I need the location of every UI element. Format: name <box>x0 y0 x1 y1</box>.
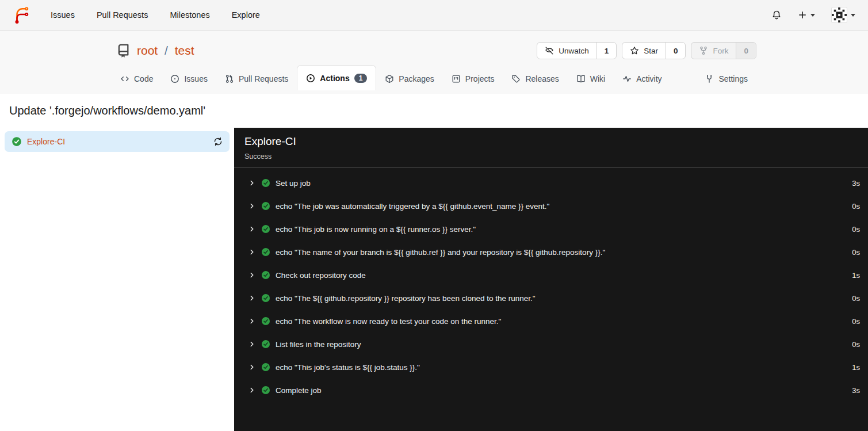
tab-activity-label: Activity <box>636 74 661 83</box>
nav-link-issues[interactable]: Issues <box>51 10 75 20</box>
page-title: Update '.forgejo/workflows/demo.yaml' <box>9 104 205 117</box>
star-button-group: Star 0 <box>622 42 686 59</box>
step-name: echo "The job was automatically triggere… <box>276 202 549 211</box>
fork-button-group: Fork 0 <box>691 42 756 59</box>
chevron-right-icon[interactable] <box>248 294 256 302</box>
step-success-check-icon <box>261 224 270 234</box>
step-duration: 0s <box>852 202 860 211</box>
fork-button[interactable]: Fork <box>691 43 736 59</box>
step-success-check-icon <box>261 363 270 372</box>
tab-wiki[interactable]: Wiki <box>568 67 614 90</box>
tab-settings[interactable]: Settings <box>696 67 756 90</box>
jobs-sidebar: Explore-CI <box>0 128 234 431</box>
star-label: Star <box>644 47 658 55</box>
step-row-3[interactable]: echo "This job is now running on a ${{ r… <box>234 218 868 241</box>
watchers-count[interactable]: 1 <box>596 43 617 59</box>
forgejo-logo-icon[interactable] <box>13 6 30 24</box>
tab-actions-label: Actions <box>320 74 349 83</box>
tab-pull-requests[interactable]: Pull Requests <box>216 67 297 90</box>
step-duration: 0s <box>852 248 860 257</box>
chevron-down-icon <box>851 14 855 17</box>
step-row-8[interactable]: List files in the repository 0s <box>234 333 868 356</box>
nav-link-milestones[interactable]: Milestones <box>170 10 209 20</box>
chevron-right-icon[interactable] <box>248 271 256 279</box>
chevron-down-icon <box>810 14 815 17</box>
stars-count[interactable]: 0 <box>666 43 686 59</box>
repo-owner-link[interactable]: root <box>137 44 158 57</box>
notifications-bell-icon[interactable] <box>771 10 782 20</box>
navbar-links: Issues Pull Requests Milestones Explore <box>51 10 260 20</box>
rerun-job-icon[interactable] <box>213 137 223 146</box>
page-title-row: Update '.forgejo/workflows/demo.yaml' <box>0 94 868 128</box>
tab-wiki-label: Wiki <box>590 74 605 83</box>
step-row-1[interactable]: Set up job 3s <box>234 171 868 194</box>
tab-pull-requests-label: Pull Requests <box>239 74 288 83</box>
chevron-right-icon[interactable] <box>248 363 256 371</box>
tab-settings-label: Settings <box>718 74 748 83</box>
chevron-right-icon[interactable] <box>248 179 256 187</box>
step-row-4[interactable]: echo "The name of your branch is ${{ git… <box>234 241 868 264</box>
chevron-right-icon[interactable] <box>248 248 256 256</box>
tab-releases[interactable]: Releases <box>503 67 567 90</box>
tab-actions[interactable]: Actions 1 <box>297 65 376 90</box>
repo-tabs: Code Issues Pull Requests Actions 1 Pack… <box>112 65 756 90</box>
step-success-check-icon <box>261 270 270 280</box>
step-duration: 0s <box>852 225 860 234</box>
step-row-7[interactable]: echo "The workflow is now ready to test … <box>234 310 868 333</box>
forks-count[interactable]: 0 <box>736 43 756 59</box>
step-name: Check out repository code <box>276 271 366 280</box>
chevron-right-icon[interactable] <box>248 386 256 394</box>
step-row-2[interactable]: echo "The job was automatically triggere… <box>234 194 868 218</box>
repo-book-icon <box>116 43 131 58</box>
create-new-button[interactable] <box>798 10 815 20</box>
repo-name-link[interactable]: test <box>175 44 194 57</box>
unwatch-button[interactable]: Unwatch <box>537 43 596 59</box>
unwatch-label: Unwatch <box>559 47 589 55</box>
tab-packages[interactable]: Packages <box>376 67 442 90</box>
step-row-5[interactable]: Check out repository code 1s <box>234 264 868 287</box>
step-row-10[interactable]: Complete job 3s <box>234 379 868 402</box>
step-duration: 1s <box>852 363 860 372</box>
step-success-check-icon <box>261 386 270 395</box>
fork-label: Fork <box>713 47 728 55</box>
tab-projects[interactable]: Projects <box>443 67 503 90</box>
tab-releases-label: Releases <box>525 74 559 83</box>
tab-issues[interactable]: Issues <box>162 67 216 90</box>
top-navbar: Issues Pull Requests Milestones Explore <box>0 0 868 30</box>
step-row-6[interactable]: echo "The ${{ github.repository }} repos… <box>234 287 868 310</box>
user-avatar-menu[interactable] <box>831 7 855 23</box>
step-duration: 1s <box>852 271 860 280</box>
nav-link-pull-requests[interactable]: Pull Requests <box>97 10 148 20</box>
tab-code-label: Code <box>134 74 153 83</box>
chevron-right-icon[interactable] <box>248 225 256 233</box>
chevron-right-icon[interactable] <box>248 317 256 325</box>
tab-code[interactable]: Code <box>112 67 162 90</box>
step-duration: 3s <box>852 386 860 395</box>
step-name: echo "The workflow is now ready to test … <box>276 317 501 326</box>
step-name: echo "The name of your branch is ${{ git… <box>276 248 605 257</box>
navbar-right <box>771 7 855 23</box>
tab-activity[interactable]: Activity <box>614 67 670 90</box>
job-steps-list: Set up job 3s echo "The job was automati… <box>234 168 868 402</box>
step-success-check-icon <box>261 247 270 257</box>
repo-separator: / <box>165 44 168 57</box>
chevron-right-icon[interactable] <box>248 340 256 348</box>
repo-title-row: root / test Unwatch 1 <box>112 30 756 65</box>
chevron-right-icon[interactable] <box>248 202 256 210</box>
job-status-text: Success <box>244 152 858 161</box>
unwatch-button-group: Unwatch 1 <box>537 42 617 59</box>
tab-projects-label: Projects <box>465 74 495 83</box>
step-name: echo "The ${{ github.repository }} repos… <box>276 294 536 303</box>
tab-packages-label: Packages <box>399 74 434 83</box>
job-item-explore-ci[interactable]: Explore-CI <box>5 131 230 152</box>
star-button[interactable]: Star <box>622 43 666 59</box>
step-success-check-icon <box>261 178 270 188</box>
step-duration: 3s <box>852 179 860 188</box>
step-success-check-icon <box>261 201 270 211</box>
job-log-header: Explore-CI Success <box>234 128 868 168</box>
job-success-check-icon <box>12 136 22 147</box>
nav-link-explore[interactable]: Explore <box>232 10 260 20</box>
workflow-run-view: Explore-CI Explore-CI Success Set up job… <box>0 128 868 431</box>
step-row-9[interactable]: echo "This job's status is ${{ job.statu… <box>234 356 868 379</box>
repo-action-buttons: Unwatch 1 Star 0 <box>537 42 756 59</box>
